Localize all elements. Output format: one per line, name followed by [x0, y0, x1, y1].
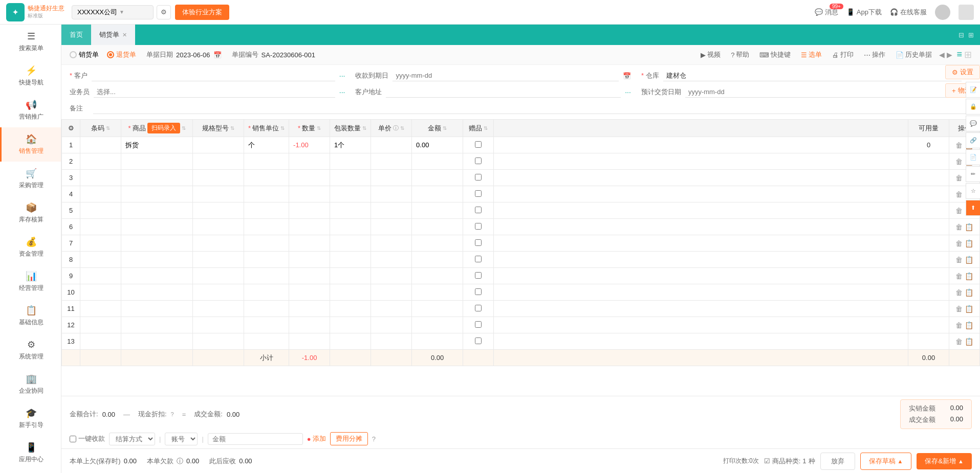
row-price-1[interactable] [371, 137, 412, 153]
barcode-input-2[interactable] [84, 157, 117, 165]
barcode-input-6[interactable] [84, 223, 117, 231]
copy-row-btn-12[interactable]: 📋 [965, 321, 973, 329]
radio-sales-order[interactable]: 销货单 [70, 50, 99, 59]
row-unit-5[interactable] [244, 202, 289, 219]
row-spec-2[interactable] [193, 153, 244, 170]
goods-input-11[interactable] [125, 305, 188, 312]
toolbar-history-btn[interactable]: 📄 历史单据 [892, 49, 935, 60]
price-input-6[interactable] [375, 223, 407, 231]
delete-row-btn-2[interactable]: 🗑 [955, 157, 963, 166]
row-qty-6[interactable] [289, 219, 330, 235]
row-unit-13[interactable] [244, 333, 289, 350]
qty-sort-icon[interactable]: ⇅ [317, 125, 321, 131]
qty-input-8[interactable] [293, 256, 325, 263]
nav-prev-icon[interactable]: ◀ [939, 51, 945, 59]
row-spec-10[interactable] [193, 284, 244, 301]
sidebar-item-inventory[interactable]: 📦 库存核算 [0, 196, 61, 230]
pkg-input-11[interactable] [334, 305, 366, 312]
pkg-input-3[interactable] [334, 174, 366, 182]
goods-input-2[interactable] [125, 157, 188, 165]
unit-input-9[interactable] [248, 272, 285, 280]
row-amount-12[interactable] [412, 317, 463, 333]
qty-input-4[interactable] [293, 190, 325, 198]
row-qty-8[interactable] [289, 252, 330, 268]
row-goods-1[interactable] [121, 137, 193, 153]
copy-row-btn-6[interactable]: 📋 [965, 223, 973, 231]
settings-button[interactable]: ⚙ ⚙ 设置 设置 [945, 65, 980, 79]
row-unit-7[interactable] [244, 235, 289, 252]
row-pkg-9[interactable] [330, 268, 371, 284]
unit-input-3[interactable] [248, 174, 285, 182]
toolbar-action-btn[interactable]: ⋯ 操作 [861, 49, 888, 60]
copy-row-btn-11[interactable]: 📋 [965, 305, 973, 313]
amount-input-8[interactable] [416, 256, 459, 263]
price-input-12[interactable] [375, 321, 407, 329]
barcode-input-3[interactable] [84, 174, 117, 182]
spec-input-6[interactable] [197, 223, 239, 231]
gift-check-13[interactable] [475, 337, 482, 344]
row-unit-12[interactable] [244, 317, 289, 333]
delete-row-btn-10[interactable]: 🗑 [955, 288, 963, 297]
row-barcode-8[interactable] [80, 252, 121, 268]
row-spec-7[interactable] [193, 235, 244, 252]
customer-addr-input[interactable] [386, 86, 621, 98]
float-btn-3[interactable]: 💬 [966, 116, 980, 131]
row-qty-2[interactable] [289, 153, 330, 170]
calendar-icon[interactable]: 📅 [213, 51, 222, 59]
spec-sort-icon[interactable]: ⇅ [230, 125, 234, 131]
scan-button[interactable]: 扫码录入 [147, 123, 180, 133]
gift-sort-icon[interactable]: ⇅ [484, 125, 488, 131]
row-pkg-2[interactable] [330, 153, 371, 170]
qty-input-10[interactable] [293, 288, 325, 296]
delete-row-btn-8[interactable]: 🗑 [955, 256, 963, 264]
qty-input-9[interactable] [293, 272, 325, 280]
toolbar-help-btn[interactable]: ? 帮助 [728, 49, 752, 60]
goods-input-10[interactable] [125, 288, 188, 296]
copy-row-btn-10[interactable]: 📋 [965, 288, 973, 297]
gift-check-6[interactable] [475, 223, 482, 230]
account-select[interactable]: 账号 [165, 433, 198, 445]
price-input-13[interactable] [375, 337, 407, 345]
row-barcode-2[interactable] [80, 153, 121, 170]
float-btn-6[interactable]: ✏ [966, 166, 980, 182]
row-amount-6[interactable] [412, 219, 463, 235]
tab-grid-icon[interactable]: ⊞ [968, 31, 974, 39]
row-barcode-12[interactable] [80, 317, 121, 333]
row-qty-5[interactable] [289, 202, 330, 219]
row-unit-11[interactable] [244, 301, 289, 317]
discount-info-icon[interactable]: ? [171, 411, 174, 417]
row-price-8[interactable] [371, 252, 412, 268]
row-goods-6[interactable] [121, 219, 193, 235]
row-unit-1[interactable] [244, 137, 289, 153]
gift-check-4[interactable] [475, 190, 482, 197]
goods-input-5[interactable] [125, 207, 188, 214]
pkg-input-6[interactable] [334, 223, 366, 231]
row-qty-10[interactable] [289, 284, 330, 301]
row-amount-5[interactable] [412, 202, 463, 219]
row-pkg-4[interactable] [330, 186, 371, 202]
float-btn-8[interactable]: ⬆ [966, 200, 980, 216]
qty-input-1[interactable] [293, 141, 325, 149]
row-gift-3[interactable] [463, 170, 494, 186]
price-input-9[interactable] [375, 272, 407, 280]
row-unit-6[interactable] [244, 219, 289, 235]
row-pkg-10[interactable] [330, 284, 371, 301]
amount-input-11[interactable] [416, 305, 459, 312]
price-input-10[interactable] [375, 288, 407, 296]
online-service-button[interactable]: 🎧 在线客服 [890, 8, 927, 17]
row-goods-3[interactable] [121, 170, 193, 186]
row-qty-11[interactable] [289, 301, 330, 317]
toolbar-select-btn[interactable]: ☰ 选单 [798, 49, 825, 60]
qty-input-5[interactable] [293, 207, 325, 214]
nav-next-icon[interactable]: ▶ [947, 51, 952, 59]
barcode-input-13[interactable] [84, 337, 117, 345]
amount-input-5[interactable] [416, 207, 459, 214]
row-pkg-3[interactable] [330, 170, 371, 186]
row-goods-8[interactable] [121, 252, 193, 268]
gift-check-12[interactable] [475, 321, 482, 328]
price-input-1[interactable] [375, 141, 407, 149]
barcode-input-7[interactable] [84, 239, 117, 247]
qty-input-3[interactable] [293, 174, 325, 182]
spec-input-10[interactable] [197, 288, 239, 296]
amount-input-1[interactable] [416, 141, 459, 149]
